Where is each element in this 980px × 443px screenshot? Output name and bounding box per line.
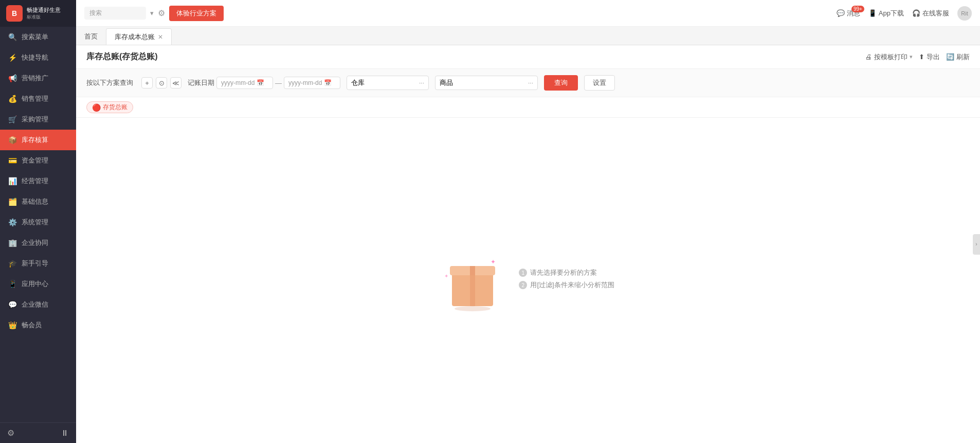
- scheme-tag-label: 存货总账: [103, 103, 128, 112]
- collapse-icon[interactable]: ⏸: [61, 429, 69, 438]
- export-button[interactable]: ⬆ 导出: [919, 52, 940, 62]
- sidebar-item-guide[interactable]: 🎓 新手引导: [0, 253, 76, 274]
- basic-info-icon: 🗂️: [7, 197, 17, 207]
- top-header: 搜索 ▾ ⚙ 体验行业方案 💬 消息 99+ 📱 App下载 🎧 在线客服 Ri…: [76, 0, 980, 27]
- user-avatar[interactable]: Rit: [957, 6, 972, 21]
- warehouse-filter[interactable]: 仓库 ···: [347, 76, 429, 90]
- settings-icon[interactable]: ⚙: [7, 428, 14, 438]
- goods-more-icon[interactable]: ···: [528, 79, 533, 86]
- app-badge: 标准版: [27, 14, 61, 21]
- date-from-placeholder: yyyy-mm-dd: [221, 79, 255, 86]
- calendar-from-icon[interactable]: 📅: [257, 79, 264, 86]
- search-box[interactable]: 搜索: [84, 7, 146, 20]
- print-label: 按模板打印: [874, 52, 908, 62]
- main-area: 搜索 ▾ ⚙ 体验行业方案 💬 消息 99+ 📱 App下载 🎧 在线客服 Ri…: [76, 0, 980, 443]
- sidebar-item-label: 经营管理: [22, 176, 48, 186]
- query-button[interactable]: 查询: [544, 75, 578, 91]
- tab-inventory-cost[interactable]: 库存成本总账 ✕: [106, 28, 172, 45]
- print-dropdown-icon: ▾: [910, 54, 913, 60]
- svg-text:✦: ✦: [491, 258, 496, 265]
- panel-collapse-button[interactable]: ›: [973, 234, 980, 255]
- calendar-to-icon[interactable]: 📅: [324, 79, 332, 86]
- app-logo-icon: B: [6, 5, 23, 22]
- online-service-label: 在线客服: [922, 9, 949, 18]
- hint2-num: 2: [519, 281, 527, 289]
- trial-button[interactable]: 体验行业方案: [169, 6, 224, 21]
- filter-collapse-button[interactable]: ≪: [170, 77, 182, 88]
- empty-illustration: ✦ ✦: [442, 250, 503, 311]
- sidebar-item-basic-info[interactable]: 🗂️ 基础信息: [0, 191, 76, 212]
- scheme-tag[interactable]: 🔴 存货总账: [86, 101, 133, 113]
- page-title: 库存总账(存货总账): [86, 51, 158, 62]
- member-icon: 👑: [7, 320, 17, 330]
- warehouse-more-icon[interactable]: ···: [419, 79, 424, 86]
- tab-inventory-cost-label: 库存成本总账: [115, 32, 155, 42]
- empty-svg: ✦ ✦: [442, 250, 503, 311]
- svg-point-4: [455, 306, 491, 311]
- sidebar-item-operations[interactable]: 📊 经营管理: [0, 171, 76, 191]
- marketing-icon: 📢: [7, 73, 17, 83]
- empty-state: ✦ ✦ 1 请先选择要分析的方案 2 用[过滤]条件来缩小分析范围: [76, 118, 980, 443]
- svg-rect-3: [470, 266, 475, 275]
- enterprise-icon: 🏢: [7, 238, 17, 248]
- guide-icon: 🎓: [7, 258, 17, 269]
- app-download-label: App下载: [879, 9, 904, 18]
- sidebar-item-app-center[interactable]: 📱 应用中心: [0, 274, 76, 294]
- filter-reset-button[interactable]: ⊙: [156, 77, 167, 88]
- sidebar-item-wechat[interactable]: 💬 企业微信: [0, 294, 76, 315]
- sidebar-item-label: 营销推广: [22, 74, 48, 83]
- sidebar-item-inventory[interactable]: 📦 库存核算: [0, 130, 76, 150]
- date-to-input[interactable]: yyyy-mm-dd 📅: [284, 77, 340, 89]
- export-icon: ⬆: [919, 53, 924, 61]
- refresh-button[interactable]: 🔄 刷新: [946, 52, 970, 62]
- wechat-icon: 💬: [7, 299, 17, 310]
- sidebar-item-member[interactable]: 👑 畅会员: [0, 315, 76, 335]
- refresh-icon: 🔄: [946, 53, 954, 61]
- tab-close-icon[interactable]: ✕: [158, 33, 163, 41]
- sidebar-item-label: 企业协同: [22, 238, 48, 247]
- sidebar-item-finance[interactable]: 💳 资金管理: [0, 150, 76, 171]
- sidebar-item-label: 搜索菜单: [22, 32, 48, 42]
- tab-bar: 首页 库存成本总账 ✕: [76, 27, 980, 45]
- app-download-button[interactable]: 📱 App下载: [868, 9, 904, 18]
- content-area: 库存总账(存货总账) 🖨 按模板打印 ▾ ⬆ 导出 🔄 刷新: [76, 45, 980, 443]
- printer-icon: 🖨: [865, 53, 872, 61]
- header-left: 搜索 ▾ ⚙ 体验行业方案: [84, 6, 837, 21]
- date-from-input[interactable]: yyyy-mm-dd 📅: [216, 77, 273, 89]
- messages-button[interactable]: 💬 消息 99+: [837, 9, 860, 18]
- sidebar-item-marketing[interactable]: 📢 营销推广: [0, 68, 76, 88]
- sidebar-item-quick-nav[interactable]: ⚡ 快捷导航: [0, 47, 76, 68]
- sidebar-nav: 🔍 搜索菜单 ⚡ 快捷导航 📢 营销推广 💰 销售管理 🛒 采购管理 📦 库存核…: [0, 27, 76, 422]
- date-separator: —: [275, 79, 282, 87]
- purchase-icon: 🛒: [7, 114, 17, 125]
- sidebar-item-label: 系统管理: [22, 218, 48, 227]
- sidebar-item-label: 采购管理: [22, 115, 48, 124]
- hint1-text: 请先选择要分析的方案: [530, 268, 597, 277]
- settings-gear-icon[interactable]: ⚙: [158, 8, 165, 18]
- refresh-label: 刷新: [956, 52, 970, 62]
- sidebar-item-system[interactable]: ⚙️ 系统管理: [0, 212, 76, 233]
- sidebar-item-search[interactable]: 🔍 搜索菜单: [0, 27, 76, 47]
- export-label: 导出: [927, 52, 940, 62]
- sidebar-item-sales[interactable]: 💰 销售管理: [0, 88, 76, 109]
- scheme-tag-icon: 🔴: [92, 103, 101, 112]
- filter-actions: + ⊙ ≪: [141, 77, 182, 88]
- dropdown-arrow-icon[interactable]: ▾: [150, 9, 154, 17]
- setting-button[interactable]: 设置: [584, 75, 615, 91]
- filter-add-button[interactable]: +: [141, 77, 153, 88]
- sidebar-item-label: 企业微信: [22, 300, 48, 309]
- sidebar-item-purchase[interactable]: 🛒 采购管理: [0, 109, 76, 130]
- system-icon: ⚙️: [7, 217, 17, 227]
- empty-text: 1 请先选择要分析的方案 2 用[过滤]条件来缩小分析范围: [519, 268, 614, 293]
- date-field-label: 记账日期: [188, 78, 214, 87]
- online-service-button[interactable]: 🎧 在线客服: [912, 9, 949, 18]
- tab-home[interactable]: 首页: [76, 28, 106, 45]
- sidebar-item-enterprise[interactable]: 🏢 企业协同: [0, 233, 76, 253]
- headphone-icon: 🎧: [912, 9, 920, 17]
- sidebar: B 畅捷通好生意 标准版 🔍 搜索菜单 ⚡ 快捷导航 📢 营销推广 💰 销售管理…: [0, 0, 76, 443]
- goods-filter[interactable]: 商品 ···: [435, 76, 538, 90]
- tab-home-label: 首页: [84, 32, 98, 41]
- print-button[interactable]: 🖨 按模板打印 ▾: [865, 52, 913, 62]
- message-icon: 💬: [837, 9, 845, 17]
- date-range: 记账日期 yyyy-mm-dd 📅 — yyyy-mm-dd 📅: [188, 77, 340, 89]
